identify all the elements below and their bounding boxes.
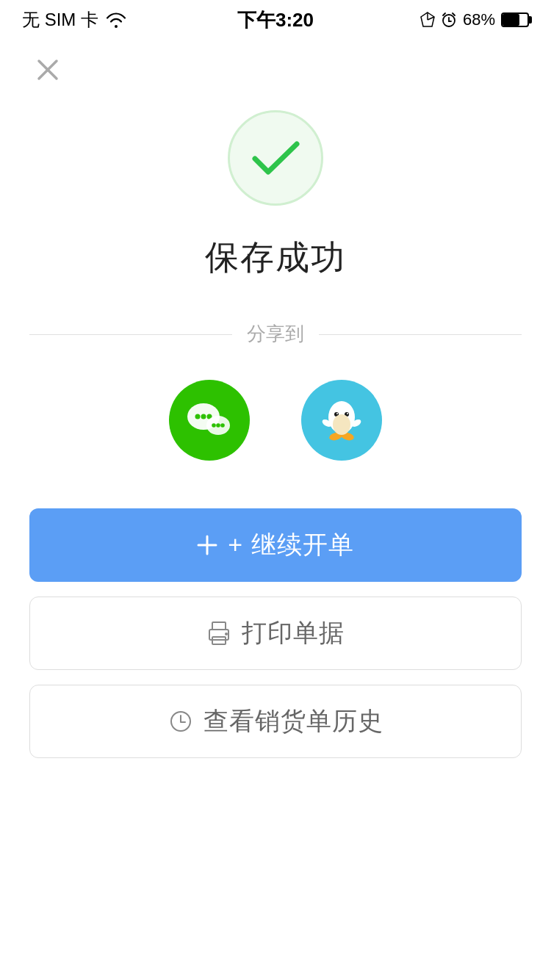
status-bar: 无 SIM 卡 下午3:20 68% [0,0,551,37]
sim-status: 无 SIM 卡 [22,8,98,32]
alarm-icon [441,12,457,28]
svg-rect-25 [212,622,226,630]
success-circle [228,110,323,206]
share-icons [169,380,382,461]
svg-point-10 [220,423,225,428]
wifi-icon [106,12,126,28]
svg-point-16 [336,413,338,414]
status-left: 无 SIM 卡 [22,8,126,32]
svg-point-8 [212,423,216,428]
battery-icon [501,12,529,27]
continue-button[interactable]: + 继续开单 [29,508,522,582]
history-label: 查看销货单历史 [204,705,383,738]
history-button[interactable]: 查看销货单历史 [29,685,522,758]
close-button[interactable] [29,51,66,88]
svg-point-28 [225,633,228,635]
svg-point-22 [333,414,350,435]
share-divider: 分享到 [29,321,522,347]
status-right: 68% [420,10,529,29]
location-icon [420,12,435,28]
wechat-icon [184,399,234,442]
share-label: 分享到 [232,321,319,347]
share-section: 分享到 [29,321,522,461]
continue-label: + 继续开单 [228,528,353,562]
qq-icon [320,395,364,445]
svg-point-9 [216,423,220,428]
buttons-section: + 继续开单 打印单据 查看销货单历史 [29,508,522,758]
main-content: 保存成功 分享到 [0,37,551,980]
qq-share-button[interactable] [301,380,382,461]
close-icon [36,58,60,82]
clock-icon [168,709,193,734]
svg-point-5 [201,414,206,419]
success-title: 保存成功 [205,235,346,281]
svg-point-4 [195,414,201,419]
printer-icon [206,621,231,646]
status-time: 下午3:20 [237,7,314,33]
wechat-share-button[interactable] [169,380,250,461]
checkmark-icon [252,140,300,176]
plus-icon [197,535,217,555]
svg-point-17 [347,413,348,414]
print-label: 打印单据 [242,616,345,650]
battery-percent: 68% [463,10,495,29]
print-button[interactable]: 打印单据 [29,597,522,670]
